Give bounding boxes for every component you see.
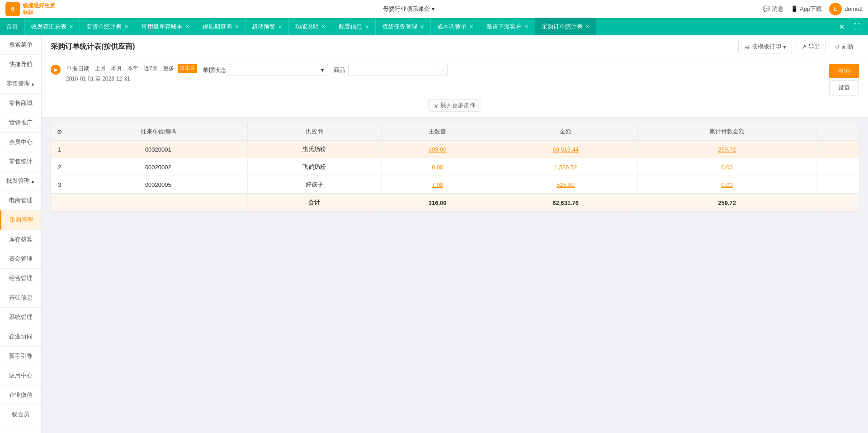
top-bar-center[interactable]: 母婴行业演示账套 ▾ — [383, 5, 435, 13]
nav-item-cost-adjust[interactable]: 成本调整单 ✕ — [431, 18, 480, 35]
refresh-button[interactable]: ↺ 刷新 — [830, 40, 859, 53]
close-icon[interactable]: ✕ — [235, 24, 239, 30]
table-row: 3 00020005 好孩子 7.00 525.80 0.00 — [51, 176, 859, 194]
page-title: 采购订单统计表(按供应商) — [51, 42, 135, 52]
sidebar-item-finance[interactable]: 资金管理 — [0, 249, 41, 269]
nav-item-order-stats[interactable]: 要货单统计表 ✕ — [80, 18, 135, 35]
table-header-row: ⚙ 往来单位编码 供应商 主数量 金额 累计付款金额 — [51, 123, 859, 141]
filter-toggle-button[interactable]: ▶ — [51, 65, 61, 75]
nav-item-purchase-stats[interactable]: 采购订单统计表 ✕ — [535, 18, 596, 35]
row-extra — [816, 158, 859, 176]
nav-item-function[interactable]: 功能说明 ✕ — [289, 18, 332, 35]
nav-item-invite[interactable]: 邀请下游客户 ✕ — [480, 18, 535, 35]
row-paid[interactable]: 259.72 — [637, 141, 816, 158]
sidebar-item-retail-mall[interactable]: 零售商城 — [0, 94, 41, 113]
th-settings[interactable]: ⚙ — [51, 123, 69, 141]
close-icon[interactable]: ✕ — [469, 24, 473, 30]
export-icon: ↗ — [802, 43, 807, 50]
message-button[interactable]: 💬 消息 — [763, 5, 783, 13]
settings-button[interactable]: 设置 — [829, 80, 859, 95]
close-icon[interactable]: ✕ — [420, 24, 424, 30]
row-amount[interactable]: 60,519.44 — [494, 141, 637, 158]
row-number: 3 — [51, 176, 69, 194]
logo-icon: 6 — [5, 2, 20, 16]
row-qty[interactable]: 303.00 — [381, 141, 494, 158]
last-7days-shortcut[interactable]: 近7天 — [142, 64, 160, 73]
close-icon[interactable]: ✕ — [321, 24, 326, 30]
goods-filter-group: 商品 ··· — [334, 64, 448, 76]
row-qty[interactable]: 6.00 — [381, 158, 494, 176]
print-button[interactable]: 🖨 按模板打印 ▾ — [738, 40, 792, 53]
sidebar-item-retail-stats[interactable]: 零售统计 — [0, 152, 41, 171]
sidebar: 搜索菜单 快捷导航 零售管理 ▲ 零售商城 营销推广 会员中心 零售统计 批发管… — [0, 35, 42, 433]
sidebar-item-wholesale[interactable]: 批发管理 ▲ — [0, 171, 41, 191]
row-extra — [816, 141, 859, 158]
nav-item-config[interactable]: 配置信息 ✕ — [332, 18, 376, 35]
sidebar-item-marketing[interactable]: 营销推广 — [0, 113, 41, 133]
nav-item-pick-task[interactable]: 拣货任务管理 ✕ — [376, 18, 431, 35]
nav-bar: 首页 收发存汇总表 ✕ 要货单统计表 ✕ 可用量库存账本 ✕ 保质期查询 ✕ 超… — [0, 18, 868, 35]
filter-top-row: ▶ 单据日期 上月 本月 本年 近7天 更多 自定义 — [51, 64, 859, 95]
close-icon[interactable]: ✕ — [365, 24, 369, 30]
row-code: 00020005 — [69, 176, 248, 194]
this-year-shortcut[interactable]: 本年 — [126, 64, 140, 73]
more-shortcut[interactable]: 更多 — [161, 64, 176, 73]
sidebar-item-newbie[interactable]: 新手引导 — [0, 347, 41, 366]
query-button[interactable]: 查询 — [829, 64, 859, 78]
nav-maximize-button[interactable]: ⛶ — [851, 22, 863, 32]
expand-conditions-button[interactable]: ∨ 展开更多条件 — [428, 99, 481, 112]
gear-icon: ⚙ — [57, 128, 62, 135]
layout: 搜索菜单 快捷导航 零售管理 ▲ 零售商城 营销推广 会员中心 零售统计 批发管… — [0, 35, 868, 433]
sidebar-item-quick-nav[interactable]: 快捷导航 — [0, 55, 41, 74]
th-extra — [816, 123, 859, 141]
nav-item-home[interactable]: 首页 — [0, 18, 25, 35]
refresh-icon: ↺ — [835, 43, 840, 50]
nav-item-stock[interactable]: 可用量库存账本 ✕ — [135, 18, 196, 35]
sidebar-item-ecommerce[interactable]: 电商管理 — [0, 191, 41, 210]
sidebar-item-inventory[interactable]: 库存核算 — [0, 230, 41, 249]
sidebar-item-system[interactable]: 系统管理 — [0, 308, 41, 327]
nav-item-expiry[interactable]: 保质期查询 ✕ — [196, 18, 245, 35]
close-icon[interactable]: ✕ — [185, 24, 189, 30]
printer-icon: 🖨 — [744, 43, 750, 50]
industry-select[interactable]: 母婴行业演示账套 ▾ — [383, 5, 435, 13]
user-area[interactable]: E demo2 — [829, 3, 863, 15]
row-qty[interactable]: 7.00 — [381, 176, 494, 194]
row-amount[interactable]: 1,586.52 — [494, 158, 637, 176]
last-month-shortcut[interactable]: 上月 — [93, 64, 108, 73]
sidebar-item-app-center[interactable]: 应用中心 — [0, 366, 41, 385]
sidebar-item-operations[interactable]: 经营管理 — [0, 269, 41, 288]
status-select[interactable]: ▾ — [229, 64, 328, 76]
sidebar-item-retail-mgmt[interactable]: 零售管理 ▲ — [0, 74, 41, 94]
nav-item-receivables[interactable]: 收发存汇总表 ✕ — [25, 18, 80, 35]
th-code: 往来单位编码 — [69, 123, 248, 141]
export-button[interactable]: ↗ 导出 — [796, 40, 826, 53]
close-icon[interactable]: ✕ — [585, 24, 590, 30]
nav-close-button[interactable]: ✕ — [836, 22, 847, 32]
app-download-button[interactable]: 📱 App下载 — [791, 5, 822, 13]
total-label-text: 合计 — [248, 194, 382, 212]
table-container: ⚙ 往来单位编码 供应商 主数量 金额 累计付款金额 1 00020001 — [42, 118, 868, 433]
close-icon[interactable]: ✕ — [69, 24, 73, 30]
nav-item-overstock[interactable]: 超储预警 ✕ — [245, 18, 289, 35]
sidebar-item-search[interactable]: 搜索菜单 — [0, 35, 41, 55]
row-paid[interactable]: 0.00 — [637, 176, 816, 194]
message-icon: 💬 — [763, 5, 770, 12]
row-supplier: 好孩子 — [248, 176, 382, 194]
top-bar-right: 💬 消息 📱 App下载 E demo2 — [763, 3, 863, 15]
custom-date-tag[interactable]: 自定义 — [178, 64, 197, 73]
this-month-shortcut[interactable]: 本月 — [109, 64, 124, 73]
goods-input[interactable]: ··· — [348, 64, 448, 76]
close-icon[interactable]: ✕ — [124, 24, 128, 30]
sidebar-item-member[interactable]: 会员中心 — [0, 133, 41, 152]
sidebar-item-purchase[interactable]: 采购管理 — [0, 210, 41, 230]
chevron-down-icon: ▲ — [31, 179, 35, 184]
row-amount[interactable]: 525.80 — [494, 176, 637, 194]
row-paid[interactable]: 0.00 — [637, 158, 816, 176]
close-icon[interactable]: ✕ — [524, 24, 528, 30]
sidebar-item-enterprise-collab[interactable]: 企业协同 — [0, 327, 41, 347]
close-icon[interactable]: ✕ — [278, 24, 282, 30]
sidebar-item-wechat[interactable]: 企业微信 — [0, 385, 41, 405]
sidebar-item-basic-info[interactable]: 基础信息 — [0, 288, 41, 308]
sidebar-item-member2[interactable]: 畅会员 — [0, 405, 41, 424]
